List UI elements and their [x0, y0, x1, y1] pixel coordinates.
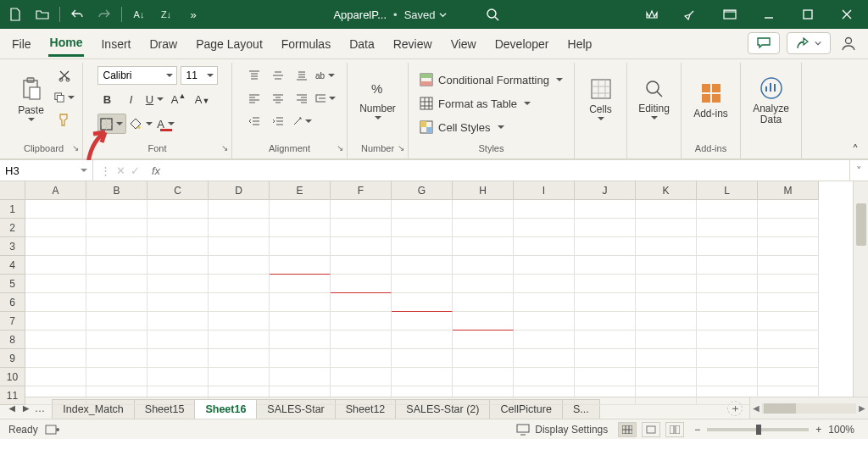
cell[interactable] [86, 349, 147, 368]
format-painter-icon[interactable] [54, 110, 75, 129]
cell[interactable] [270, 312, 331, 330]
tab-formulas[interactable]: Formulas [280, 32, 332, 56]
sort-asc-icon[interactable]: A↓ [127, 3, 151, 26]
cell[interactable] [331, 386, 392, 405]
zoom-slider[interactable] [707, 428, 809, 431]
cell[interactable] [270, 349, 331, 368]
cell[interactable] [575, 386, 636, 405]
cell[interactable] [636, 386, 697, 405]
cell[interactable] [270, 237, 331, 256]
expand-formula-bar-icon[interactable]: ˅ [849, 160, 868, 181]
cell[interactable] [209, 293, 270, 312]
cell[interactable] [331, 237, 392, 256]
cell[interactable] [331, 293, 392, 312]
cell[interactable] [209, 219, 270, 237]
cell[interactable] [636, 368, 697, 386]
fill-color-button[interactable] [130, 114, 153, 134]
cell[interactable] [147, 330, 209, 349]
cell[interactable] [514, 237, 575, 256]
cell[interactable] [697, 256, 758, 275]
italic-button[interactable]: I [121, 89, 142, 109]
cell[interactable] [331, 200, 392, 219]
column-header[interactable]: C [147, 181, 209, 199]
column-header[interactable]: D [209, 181, 270, 199]
cell[interactable] [575, 293, 636, 312]
cell[interactable] [209, 200, 270, 219]
cell[interactable] [453, 237, 514, 256]
cell[interactable] [453, 312, 514, 330]
cell[interactable] [331, 368, 392, 386]
tab-view[interactable]: View [449, 32, 478, 56]
cell[interactable] [392, 386, 453, 405]
column-header[interactable]: A [25, 181, 86, 199]
ribbon-mode-icon[interactable] [712, 2, 748, 27]
column-header[interactable]: H [453, 181, 514, 199]
number-format-button[interactable]: % Number [353, 66, 403, 136]
bold-button[interactable]: B [97, 89, 118, 109]
cell[interactable] [331, 275, 392, 293]
orientation-icon[interactable] [292, 112, 312, 131]
cell[interactable] [147, 349, 209, 368]
maximize-button[interactable] [790, 2, 826, 27]
column-header[interactable]: G [392, 181, 453, 199]
cells-button[interactable]: Cells [576, 66, 626, 136]
name-box[interactable]: H3 [0, 160, 93, 181]
cell[interactable] [392, 349, 453, 368]
cell[interactable] [575, 256, 636, 275]
cell[interactable] [514, 219, 575, 237]
tab-developer[interactable]: Developer [493, 32, 551, 56]
cell[interactable] [25, 200, 86, 219]
cell[interactable] [697, 219, 758, 237]
merge-center-icon[interactable] [315, 89, 336, 108]
cell[interactable] [636, 349, 697, 368]
font-color-button[interactable]: A [156, 114, 176, 134]
cell[interactable] [514, 312, 575, 330]
tab-review[interactable]: Review [392, 32, 434, 56]
view-normal-icon[interactable] [618, 422, 637, 437]
zoom-level[interactable]: 100% [828, 424, 854, 436]
cell[interactable] [86, 237, 147, 256]
cell[interactable] [697, 312, 758, 330]
cell[interactable] [209, 330, 270, 349]
formula-input[interactable] [165, 160, 849, 181]
cell[interactable] [514, 200, 575, 219]
clipboard-launcher-icon[interactable]: ↘ [72, 143, 79, 153]
cell[interactable] [25, 330, 86, 349]
tab-data[interactable]: Data [348, 32, 376, 56]
cell[interactable] [147, 368, 209, 386]
cell[interactable] [575, 312, 636, 330]
view-page-layout-icon[interactable] [642, 422, 660, 437]
sheet-tab[interactable]: Sheet16 [194, 399, 257, 419]
cell[interactable] [697, 293, 758, 312]
zoom-out-button[interactable]: − [694, 424, 700, 436]
cell[interactable] [636, 200, 697, 219]
cell[interactable] [209, 368, 270, 386]
cell[interactable] [697, 349, 758, 368]
tab-draw[interactable]: Draw [147, 32, 179, 56]
alignment-launcher-icon[interactable]: ↘ [337, 143, 343, 153]
cell[interactable] [86, 312, 147, 330]
analyze-data-button[interactable]: Analyze Data [747, 66, 796, 136]
cell[interactable] [147, 312, 209, 330]
align-center-icon[interactable] [268, 89, 288, 108]
cell[interactable] [270, 275, 331, 293]
cell[interactable] [453, 275, 514, 293]
cell[interactable] [86, 330, 147, 349]
cell[interactable] [86, 219, 147, 237]
cell[interactable] [575, 349, 636, 368]
search-button[interactable] [479, 3, 506, 26]
cell[interactable] [453, 368, 514, 386]
cell[interactable] [758, 349, 819, 368]
cell[interactable] [575, 200, 636, 219]
font-launcher-icon[interactable]: ↘ [221, 143, 228, 153]
grow-font-icon[interactable]: A▲ [169, 89, 189, 109]
cell[interactable] [453, 349, 514, 368]
cut-icon[interactable] [54, 66, 75, 85]
cell[interactable] [697, 368, 758, 386]
cell[interactable] [331, 256, 392, 275]
cell[interactable] [392, 200, 453, 219]
save-status[interactable]: Saved [404, 8, 447, 21]
column-header[interactable]: L [697, 181, 758, 199]
cell[interactable] [147, 219, 209, 237]
cell[interactable] [86, 275, 147, 293]
